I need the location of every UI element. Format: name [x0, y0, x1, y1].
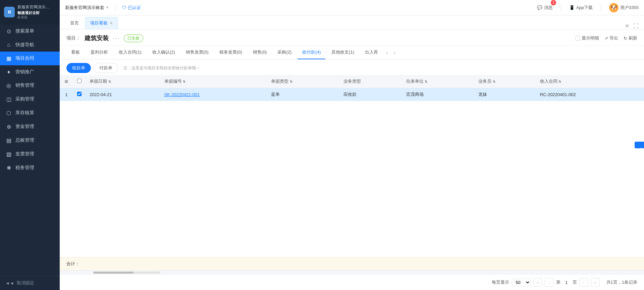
topbar-verified-text: 已认证 — [128, 5, 141, 11]
tab-home[interactable]: 首页 — [65, 17, 84, 29]
close-window-btn[interactable]: ✕ — [625, 23, 629, 29]
th-salesperson[interactable]: 业务员 ⇅ — [474, 75, 536, 88]
per-page-select[interactable]: 50 20 100 — [512, 279, 531, 286]
sidebar-item-marketing-label: 营销推广 — [15, 69, 34, 75]
sidebar-item-shortcut[interactable]: ⌂ 快捷导航 — [0, 38, 60, 52]
topbar-divider1 — [115, 4, 115, 11]
inner-tab-receipt-label: 收款单 — [72, 65, 85, 70]
summary-label: 合计： — [66, 261, 79, 267]
cell-number[interactable]: SK-20220421-001 — [160, 88, 267, 101]
subtab-income-confirm[interactable]: 收入确认(2) — [148, 46, 180, 59]
th-number[interactable]: 单据编号 ⇅ — [160, 75, 267, 88]
th-income-contract[interactable]: 收入合同 ⇅ — [536, 75, 644, 88]
maximize-window-btn[interactable]: ⛶ — [633, 23, 639, 29]
topbar-right: 💬 消息 1 📱 App下载 🐶 用户3355 — [537, 3, 639, 12]
sidebar-item-marketing[interactable]: ♦ 营销推广 — [0, 65, 60, 79]
show-detail-label: 显示明细 — [582, 35, 599, 41]
last-page-btn[interactable]: » — [591, 278, 600, 287]
subtab-sales-invoice[interactable]: 销售发票(0) — [181, 46, 213, 59]
refresh-icon: ↻ — [624, 36, 627, 41]
phone-icon: 📱 — [569, 5, 575, 10]
th-type[interactable]: 单据类型 ⇅ — [267, 75, 339, 88]
subtab-prev-btn[interactable]: ‹ — [384, 49, 390, 56]
subtab-inventory[interactable]: 出入库 — [360, 46, 383, 59]
topbar-message-btn[interactable]: 💬 消息 1 — [537, 5, 553, 11]
gear-icon[interactable]: ⚙ — [64, 79, 68, 84]
sidebar-item-stock-label: 库存核算 — [15, 110, 34, 116]
subtab-receipt[interactable]: 收付款(4) — [298, 46, 325, 59]
prev-page-btn[interactable]: ‹ — [545, 278, 553, 287]
table-footer: 合计： — [60, 257, 644, 270]
main-area: 新服务官网演示账套 ▾ 🛡 已认证 💬 消息 1 📱 App下载 🐶 — [60, 0, 644, 290]
cell-check — [73, 88, 86, 101]
export-label: 导出 — [609, 35, 618, 41]
sidebar-item-tax[interactable]: ❋ 税务管理 — [0, 161, 60, 175]
project-title: 建筑安装 — [85, 34, 109, 42]
topbar-app-label: App下载 — [576, 5, 593, 11]
checkbox-show-detail[interactable] — [576, 36, 580, 41]
sidebar-item-invoice-label: 发票管理 — [15, 151, 34, 157]
next-page-btn[interactable]: › — [580, 278, 588, 287]
row-checkbox[interactable] — [77, 92, 82, 96]
export-btn[interactable]: ↗ 导出 — [604, 35, 618, 41]
topbar-user[interactable]: 🐶 用户3355 — [609, 3, 639, 12]
page-suffix: 页 — [573, 279, 577, 285]
subtab-purchase[interactable]: 采购(2) — [273, 46, 296, 59]
sidebar-item-invoice[interactable]: ▨ 发票管理 — [0, 147, 60, 161]
sidebar-item-fund[interactable]: ⊛ 资金管理 — [0, 120, 60, 134]
tab-home-label: 首页 — [70, 20, 79, 26]
topbar-account[interactable]: 新服务官网演示账套 ▾ — [65, 5, 108, 11]
cell-type: 蓝单 — [267, 88, 339, 101]
current-page-num: 1 — [563, 280, 570, 285]
inner-tab-receipt-bill[interactable]: 收款单 — [66, 63, 91, 73]
notes-float-btn[interactable]: 备注 — [635, 142, 644, 148]
sales-icon: ◎ — [5, 82, 12, 89]
inner-tab-payment-bill[interactable]: 付款单 — [94, 63, 118, 73]
sidebar-item-search[interactable]: ⊙ 搜索菜单 — [0, 24, 60, 38]
th-partner[interactable]: 往来单位 ⇅ — [402, 75, 475, 88]
topbar-user-label: 用户3355 — [620, 5, 639, 11]
project-actions: 显示明细 ↗ 导出 ↻ 刷新 — [576, 35, 637, 41]
horizontal-scrollbar-thumb[interactable] — [93, 272, 133, 274]
message-badge: 1 — [551, 0, 556, 5]
show-detail-btn[interactable]: 显示明细 — [576, 35, 599, 41]
sidebar-item-fund-label: 资金管理 — [15, 124, 34, 130]
stock-icon: ⬡ — [5, 110, 12, 116]
subtab-tax-invoice[interactable]: 税务发票(0) — [215, 46, 247, 59]
sort-partner-icon: ⇅ — [425, 80, 427, 83]
topbar-divider3 — [601, 4, 601, 11]
refresh-btn[interactable]: ↻ 刷新 — [624, 35, 637, 41]
first-page-btn[interactable]: « — [533, 278, 542, 287]
sidebar-item-purchase[interactable]: ◫ 采购管理 — [0, 92, 60, 106]
marketing-icon: ♦ — [5, 69, 12, 75]
subtab-income-contract[interactable]: 收入合同(1) — [114, 46, 146, 59]
topbar-verified: 🛡 已认证 — [122, 5, 141, 11]
sidebar-item-stock[interactable]: ⬡ 库存核算 — [0, 106, 60, 120]
subtab-profit[interactable]: 盈利分析 — [86, 46, 113, 59]
sidebar-item-sales[interactable]: ◎ 销售管理 — [0, 79, 60, 92]
subtabs: 看板 盈利分析 收入合同(1) 收入确认(2) 销售发票(0) 税务发票(0) … — [60, 46, 644, 60]
sidebar-item-search-label: 搜索菜单 — [15, 28, 34, 34]
table-wrap: ⚙ 单据日期 ⇅ 单据编号 ⇅ — [60, 75, 644, 257]
table-row[interactable]: 1 2022-04-21 SK-20220421-001 蓝单 应收款 宏茂商场… — [60, 88, 644, 101]
sidebar-item-ledger[interactable]: ▤ 总账管理 — [0, 134, 60, 147]
sidebar-footer-unpin[interactable]: ◄◄ 取消固定 — [0, 276, 60, 290]
close-icon[interactable]: ✕ — [110, 21, 113, 25]
th-gear[interactable]: ⚙ — [60, 75, 73, 88]
select-all-checkbox[interactable] — [77, 79, 82, 83]
horizontal-scrollbar-track[interactable] — [93, 272, 160, 274]
tab-project-board[interactable]: 项目看板 ✕ — [85, 17, 118, 29]
subtab-other-income[interactable]: 其他收支(1) — [327, 46, 359, 59]
sidebar-item-tax-label: 税务管理 — [15, 165, 34, 171]
sidebar-item-project[interactable]: ▦ 项目合同 — [0, 52, 60, 65]
sidebar: 财 新服务官网演示账套 畅捷通好业财 标准版 ⊙ 搜索菜单 ⌂ 快捷导航 ▦ 项… — [0, 0, 60, 290]
subtab-board[interactable]: 看板 — [66, 46, 85, 59]
subtab-next-btn[interactable]: › — [391, 49, 397, 56]
cell-biz-type: 应收款 — [339, 88, 402, 101]
subtab-sales[interactable]: 销售(0) — [248, 46, 272, 59]
th-date[interactable]: 单据日期 ⇅ — [86, 75, 160, 88]
sort-contract-icon: ⇅ — [558, 80, 561, 83]
more-options-btn[interactable]: ··· — [113, 35, 120, 42]
receipt-number-link[interactable]: SK-20220421-001 — [164, 92, 200, 97]
topbar-app-download-btn[interactable]: 📱 App下载 — [569, 5, 593, 11]
